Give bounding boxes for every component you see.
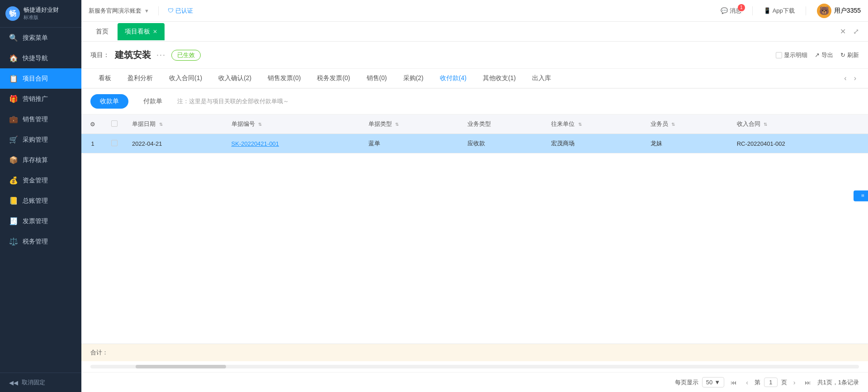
sub-tab-tax-invoice[interactable]: 税务发票(0) — [309, 69, 358, 89]
table-row[interactable]: 1 2022-04-21 SK-20220421-001 蓝单 应收款 宏茂商场… — [81, 134, 868, 153]
payment-tab-button[interactable]: 付款单 — [134, 94, 172, 109]
project-header: 项目： 建筑安装 ··· 已生效 显示明细 ↗ 导出 ↻ 刷新 — [81, 42, 868, 69]
sidebar-logo: 畅 — [5, 6, 20, 21]
cell-index: 1 — [81, 134, 104, 153]
right-quick-action-button[interactable]: ≡ — [854, 191, 868, 201]
select-all-checkbox[interactable] — [111, 120, 118, 127]
per-page-label: 每页显示 — [675, 378, 698, 387]
sidebar-item-ledger[interactable]: 📒 总账管理 — [0, 191, 81, 211]
account-name: 新服务官网演示账套 — [89, 7, 142, 15]
sidebar-label-sales: 销售管理 — [23, 115, 48, 124]
phone-icon: 📱 — [764, 7, 771, 14]
sidebar-item-quick-nav[interactable]: 🏠 快捷导航 — [0, 48, 81, 68]
export-button[interactable]: ↗ 导出 — [815, 51, 833, 59]
sidebar-title-block: 畅捷通好业财 标准版 — [24, 6, 59, 21]
sidebar-item-inventory[interactable]: 📦 库存核算 — [0, 150, 81, 170]
refresh-button[interactable]: ↻ 刷新 — [840, 51, 859, 59]
sidebar-item-sales[interactable]: 💼 销售管理 — [0, 109, 81, 129]
cell-biz-type: 应收款 — [460, 134, 544, 153]
receipt-tab-button[interactable]: 收款单 — [90, 94, 128, 109]
message-button[interactable]: 💬 消息 1 — [721, 7, 741, 15]
col-number[interactable]: 单据编号 ⇅ — [224, 115, 361, 134]
pin-icon: ◀◀ — [9, 379, 18, 386]
sidebar-item-search[interactable]: 🔍 搜索菜单 — [0, 28, 81, 48]
sub-tabs-nav: ‹ › — [841, 72, 859, 84]
cell-partner: 宏茂商场 — [544, 134, 643, 153]
sidebar-item-capital[interactable]: 💰 资金管理 — [0, 170, 81, 191]
certified-badge: 🛡 已认证 — [168, 7, 193, 15]
sidebar-label-search: 搜索菜单 — [23, 34, 48, 42]
sidebar-icon-search: 🔍 — [9, 33, 18, 42]
certified-label: 已认证 — [175, 7, 193, 15]
sub-tab-sales-invoice[interactable]: 销售发票(0) — [259, 69, 309, 89]
scrollbar-thumb[interactable] — [136, 365, 226, 368]
sub-tabs-next-icon[interactable]: › — [851, 72, 859, 84]
cell-type: 蓝单 — [361, 134, 461, 153]
sort-arrows-contract: ⇅ — [764, 122, 767, 127]
close-window-button[interactable]: ✕ — [838, 25, 848, 38]
tab-home[interactable]: 首页 — [89, 23, 116, 40]
per-page-select[interactable]: 50 ▼ — [702, 377, 724, 387]
per-page-value: 50 — [706, 379, 712, 386]
horizontal-scrollbar[interactable] — [81, 361, 868, 372]
col-salesman[interactable]: 业务员 ⇅ — [643, 115, 730, 134]
row-checkbox[interactable] — [111, 140, 118, 146]
sidebar-label-quick-nav: 快捷导航 — [23, 54, 48, 62]
pagination-next-button[interactable]: › — [791, 378, 798, 387]
col-type[interactable]: 单据类型 ⇅ — [361, 115, 461, 134]
sidebar-item-marketing[interactable]: 🎁 营销推广 — [0, 89, 81, 109]
maximize-button[interactable]: ⤢ — [851, 25, 861, 38]
table-footer-total: 合计： — [81, 344, 868, 361]
tab-project-board[interactable]: 项目看板 ✕ — [118, 23, 165, 40]
checkbox-icon — [776, 52, 782, 58]
cell-check[interactable] — [104, 134, 125, 153]
sub-tab-purchase[interactable]: 采购(2) — [395, 69, 432, 89]
total-label: 合计： — [90, 349, 108, 356]
close-icon[interactable]: ✕ — [153, 29, 157, 35]
table-body: 1 2022-04-21 SK-20220421-001 蓝单 应收款 宏茂商场… — [81, 134, 868, 153]
pagination-prev-button[interactable]: ‹ — [743, 378, 751, 387]
sidebar-icon-ledger: 📒 — [9, 196, 18, 205]
sidebar-item-purchase[interactable]: 🛒 采购管理 — [0, 129, 81, 150]
col-partner[interactable]: 往来单位 ⇅ — [544, 115, 643, 134]
sub-tabs-prev-icon[interactable]: ‹ — [841, 72, 849, 84]
user-menu[interactable]: 🐻 用户3355 — [817, 4, 861, 18]
pagination-bar: 每页显示 50 ▼ ⏮ ‹ 第 1 页 › ⏭ 共1页，1条记录 — [81, 372, 868, 392]
message-badge: 1 — [738, 4, 745, 11]
app-download-button[interactable]: 📱 App下载 — [764, 7, 795, 15]
tabs-right-actions: ✕ ⤢ — [838, 25, 861, 38]
sub-tab-sales[interactable]: 销售(0) — [359, 69, 395, 89]
sub-tab-in-out[interactable]: 出入库 — [524, 69, 559, 89]
sidebar-item-tax[interactable]: ⚖️ 税务管理 — [0, 231, 81, 252]
sidebar-item-project-contract[interactable]: 📋 项目合同 — [0, 68, 81, 89]
show-detail-toggle[interactable]: 显示明细 — [776, 51, 807, 59]
sub-tab-income-contract[interactable]: 收入合同(1) — [161, 69, 210, 89]
sidebar-cancel-pin[interactable]: ◀◀ 取消固定 — [0, 373, 81, 392]
topbar-divider-1 — [158, 6, 159, 15]
sub-tab-other-income[interactable]: 其他收支(1) — [475, 69, 524, 89]
col-biz-type: 业务类型 — [460, 115, 544, 134]
sidebar-icon-quick-nav: 🏠 — [9, 54, 18, 62]
col-date[interactable]: 单据日期 ⇅ — [125, 115, 224, 134]
cell-number[interactable]: SK-20220421-001 — [224, 134, 361, 153]
project-name: 建筑安装 — [115, 49, 151, 61]
sidebar-label-purchase: 采购管理 — [23, 136, 48, 144]
sub-tab-income-confirm[interactable]: 收入确认(2) — [210, 69, 259, 89]
show-detail-label: 显示明细 — [784, 51, 807, 59]
sidebar-label-project-contract: 项目合同 — [23, 75, 48, 83]
more-options-button[interactable]: ··· — [156, 50, 166, 60]
sub-tab-board[interactable]: 看板 — [90, 69, 119, 89]
col-income-contract[interactable]: 收入合同 ⇅ — [730, 115, 868, 134]
sub-tab-receipts[interactable]: 收付款(4) — [432, 69, 475, 89]
pagination-first-button[interactable]: ⏮ — [728, 378, 740, 387]
col-setting[interactable]: ⚙ — [81, 115, 104, 134]
sidebar-label-ledger: 总账管理 — [23, 197, 48, 205]
receipts-table: ⚙ 单据日期 ⇅ 单据编号 ⇅ 单据类型 ⇅ 业务类型 往来单位 ⇅ 业务员 ⇅… — [81, 115, 868, 153]
sidebar-item-invoice[interactable]: 🧾 发票管理 — [0, 211, 81, 231]
table-wrapper: ⚙ 单据日期 ⇅ 单据编号 ⇅ 单据类型 ⇅ 业务类型 往来单位 ⇅ 业务员 ⇅… — [81, 115, 868, 344]
tab-home-label: 首页 — [96, 28, 108, 36]
account-selector[interactable]: 新服务官网演示账套 ▼ — [89, 7, 149, 15]
sub-tab-profit[interactable]: 盈利分析 — [119, 69, 161, 89]
sidebar-app-subtitle: 标准版 — [24, 14, 59, 21]
pagination-last-button[interactable]: ⏭ — [802, 378, 814, 387]
